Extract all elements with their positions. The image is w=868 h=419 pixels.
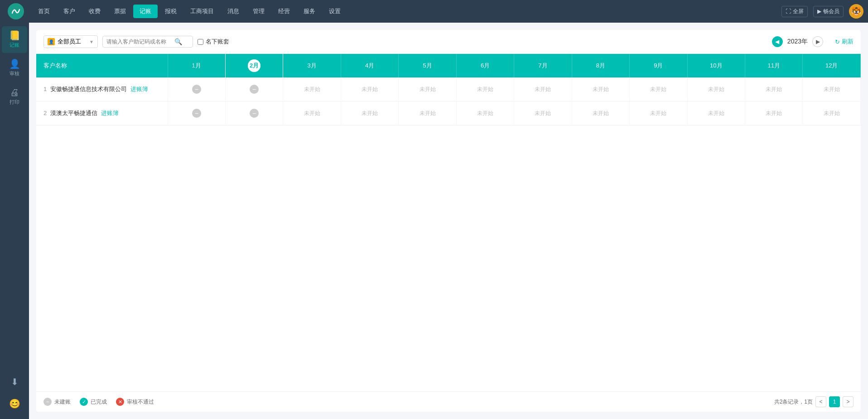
top-nav: 首页 客户 收费 票据 记账 报税 工商项目 消息 管理 经营 服务 设置 ⛶ … (0, 0, 868, 23)
not-started-label: 未开始 (420, 110, 436, 116)
chevron-down-icon: ▼ (89, 39, 94, 44)
enter-account-link[interactable]: 进账簿 (101, 110, 119, 116)
main-layout: 📒 记账 👤 审核 🖨 打印 ⬇ 😊 👤 全部员工 (0, 23, 868, 419)
nav-operation[interactable]: 经营 (272, 5, 296, 18)
customer-name[interactable]: 安徽畅捷通信息技术有限公司 (50, 86, 127, 92)
table-scroll[interactable]: 客户名称 1月 2月 3月 4月 5月 6月 7月 8月 (36, 54, 861, 391)
col-jul: 7月 (514, 54, 572, 77)
nav-items: 首页 客户 收费 票据 记账 报税 工商项目 消息 管理 经营 服务 设置 (32, 5, 781, 18)
sidebar-bottom: ⬇ 😊 (2, 373, 27, 414)
fullscreen-icon: ⛶ (786, 8, 791, 14)
row-num: 1 (43, 86, 47, 92)
not-started-label: 未开始 (535, 110, 551, 116)
current-page-button[interactable]: 1 (829, 396, 840, 407)
col-aug: 8月 (572, 54, 629, 77)
audit-icon: 👤 (9, 59, 20, 68)
vip-button[interactable]: ▶ 畅会员 (813, 6, 844, 17)
table-cell-month-2 (225, 101, 283, 125)
not-started-label: 未开始 (766, 110, 782, 116)
nav-message[interactable]: 消息 (221, 5, 246, 18)
sidebar-item-bookkeeping[interactable]: 📒 记账 (2, 26, 27, 53)
table-cell-name: 1安徽畅捷通信息技术有限公司进账簿 (36, 77, 168, 101)
nav-tax[interactable]: 报税 (159, 5, 183, 18)
enter-account-link[interactable]: 进账簿 (130, 86, 148, 92)
table-cell-month-12: 未开始 (803, 101, 861, 125)
nav-home[interactable]: 首页 (32, 5, 56, 18)
refresh-label: 刷新 (842, 38, 854, 46)
content: 👤 全部员工 ▼ 🔍 名下账套 ◀ 2023年 ▶ (29, 23, 868, 419)
table-row: 1安徽畅捷通信息技术有限公司进账簿未开始未开始未开始未开始未开始未开始未开始未开… (36, 77, 861, 101)
my-accounts-checkbox[interactable]: 名下账套 (198, 38, 229, 46)
total-records-label: 共2条记录，1页 (774, 398, 813, 406)
not-started-label: 未开始 (304, 110, 320, 116)
not-started-label: 未开始 (593, 86, 609, 92)
legend-completed: 已完成 (80, 398, 107, 406)
table-cell-month-10: 未开始 (687, 101, 745, 125)
content-inner: 👤 全部员工 ▼ 🔍 名下账套 ◀ 2023年 ▶ (36, 30, 861, 412)
nav-manage[interactable]: 管理 (246, 5, 271, 18)
nav-service[interactable]: 服务 (297, 5, 322, 18)
sidebar-item-user-profile[interactable]: 😊 (2, 395, 27, 413)
legend-unstarted: 未建账 (43, 398, 71, 406)
table-cell-month-10: 未开始 (687, 77, 745, 101)
nav-customer[interactable]: 客户 (57, 5, 82, 18)
not-started-label: 未开始 (766, 86, 782, 92)
search-box: 🔍 (102, 36, 193, 48)
fullscreen-label: 全屏 (793, 8, 804, 15)
sidebar-item-print-label: 打印 (10, 99, 19, 106)
not-started-label: 未开始 (824, 110, 840, 116)
nav-fee[interactable]: 收费 (82, 5, 107, 18)
table-cell-month-9: 未开始 (630, 77, 687, 101)
nav-settings[interactable]: 设置 (323, 5, 347, 18)
main-table: 客户名称 1月 2月 3月 4月 5月 6月 7月 8月 (36, 54, 861, 125)
search-button[interactable]: 🔍 (174, 38, 182, 45)
download-icon: ⬇ (11, 377, 19, 386)
sidebar-item-download[interactable]: ⬇ (2, 373, 27, 391)
table-cell-month-1 (168, 77, 225, 101)
app-logo (5, 3, 27, 19)
table-cell-month-4: 未开始 (341, 77, 398, 101)
footer: 未建账 已完成 审核不通过 共2条记录，1页 < 1 > (36, 391, 861, 412)
not-started-label: 未开始 (535, 86, 551, 92)
col-mar: 3月 (283, 54, 341, 77)
next-page-button[interactable]: > (843, 396, 854, 407)
sidebar-item-audit-label: 审核 (10, 70, 19, 77)
sidebar-item-print[interactable]: 🖨 打印 (2, 83, 27, 110)
table-cell-month-4: 未开始 (341, 101, 398, 125)
my-accounts-checkbox-input[interactable] (198, 39, 203, 45)
sidebar: 📒 记账 👤 审核 🖨 打印 ⬇ 😊 (0, 23, 29, 419)
prev-year-button[interactable]: ◀ (772, 36, 783, 47)
row-num: 2 (43, 110, 47, 116)
nav-bookkeeping[interactable]: 记账 (133, 5, 158, 18)
toolbar: 👤 全部员工 ▼ 🔍 名下账套 ◀ 2023年 ▶ (36, 30, 861, 54)
not-started-label: 未开始 (477, 110, 493, 116)
table-cell-month-5: 未开始 (399, 101, 456, 125)
not-started-label: 未开始 (304, 86, 320, 92)
table-cell-name: 2漠澳太平畅捷通信进账簿 (36, 101, 168, 125)
col-nov: 11月 (745, 54, 803, 77)
table-header: 客户名称 1月 2月 3月 4月 5月 6月 7月 8月 (36, 54, 861, 77)
sidebar-item-audit[interactable]: 👤 审核 (2, 55, 27, 82)
table-cell-month-8: 未开始 (572, 101, 629, 125)
legend-failed-label: 审核不通过 (127, 398, 154, 406)
table-cell-month-5: 未开始 (399, 77, 456, 101)
legend-dot-teal (80, 398, 88, 406)
table-area: 客户名称 1月 2月 3月 4月 5月 6月 7月 8月 (36, 54, 861, 391)
table-cell-month-7: 未开始 (514, 77, 572, 101)
fullscreen-button[interactable]: ⛶ 全屏 (781, 6, 808, 17)
sidebar-item-bookkeeping-label: 记账 (10, 42, 19, 48)
nav-business[interactable]: 工商项目 (184, 5, 220, 18)
not-started-label: 未开始 (708, 110, 724, 116)
prev-page-button[interactable]: < (815, 396, 826, 407)
customer-name[interactable]: 漠澳太平畅捷通信 (50, 110, 97, 116)
next-year-button[interactable]: ▶ (812, 36, 823, 47)
avatar[interactable]: 🐯 (849, 4, 863, 19)
search-input[interactable] (106, 39, 174, 45)
vip-play-icon: ▶ (817, 8, 821, 14)
table-cell-month-3: 未开始 (283, 77, 341, 101)
year-nav: ◀ 2023年 ▶ (772, 36, 823, 47)
nav-invoice[interactable]: 票据 (108, 5, 132, 18)
refresh-button[interactable]: ↻ 刷新 (835, 38, 854, 46)
table-row: 2漠澳太平畅捷通信进账簿未开始未开始未开始未开始未开始未开始未开始未开始未开始未… (36, 101, 861, 125)
employee-select[interactable]: 👤 全部员工 ▼ (43, 35, 98, 48)
